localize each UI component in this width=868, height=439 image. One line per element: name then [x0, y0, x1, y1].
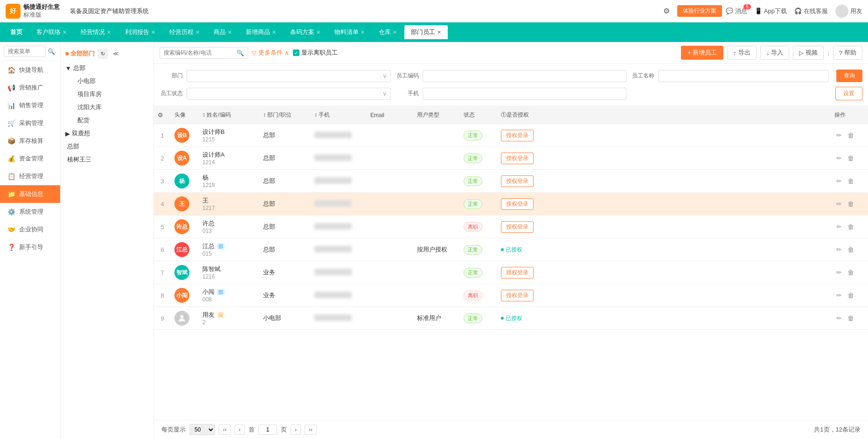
row-dept: 小电部: [259, 307, 311, 330]
tab-barcode[interactable]: 条码方案 ✕: [284, 25, 327, 39]
close-icon[interactable]: ✕: [107, 29, 111, 35]
col-name[interactable]: ↕ 姓名/编码: [199, 106, 259, 124]
tab-warehouse[interactable]: 仓库 ✕: [372, 25, 403, 39]
tree-node-peihuo[interactable]: 配货: [61, 114, 153, 127]
add-employee-button[interactable]: + 新增员工: [681, 46, 723, 60]
settings-icon[interactable]: ⚙: [663, 7, 670, 15]
tab-add-goods[interactable]: 新增商品 ✕: [239, 25, 283, 39]
close-icon[interactable]: ✕: [151, 29, 155, 35]
next-page-button[interactable]: ›: [291, 425, 301, 435]
auth-login-button[interactable]: 授权登录: [501, 153, 534, 164]
delete-button[interactable]: 🗑: [846, 268, 856, 277]
online-support-button[interactable]: 🎧 在线客服: [794, 7, 828, 15]
tree-node-zongbu[interactable]: 总部: [61, 140, 153, 153]
tab-operations[interactable]: 经营情况 ✕: [74, 25, 118, 39]
tab-department[interactable]: 部门员工 ✕: [404, 25, 448, 39]
tree-refresh-button[interactable]: ↻: [97, 49, 108, 59]
first-page-button[interactable]: ‹‹: [219, 425, 231, 435]
trial-button[interactable]: 体验行业方案: [677, 5, 722, 17]
delete-button[interactable]: 🗑: [846, 291, 856, 300]
auth-login-button[interactable]: 授权登录: [501, 198, 534, 210]
edit-button[interactable]: ✏: [834, 222, 844, 231]
col-dept[interactable]: ↕ 部门/职位: [259, 106, 311, 124]
delete-button[interactable]: 🗑: [846, 153, 856, 163]
edit-button[interactable]: ✏: [834, 268, 844, 277]
close-icon[interactable]: ✕: [195, 29, 200, 35]
auth-login-button[interactable]: 授权登录: [501, 221, 534, 233]
close-icon[interactable]: ✕: [272, 29, 276, 35]
close-icon[interactable]: ✕: [361, 29, 365, 35]
last-page-button[interactable]: ››: [305, 425, 317, 435]
auth-login-button[interactable]: 授权登录: [501, 290, 534, 301]
edit-button[interactable]: ✏: [834, 314, 844, 323]
sidebar-search-input[interactable]: [4, 46, 46, 57]
settings-button[interactable]: 设置: [835, 87, 862, 100]
tab-profit[interactable]: 利润报告 ✕: [118, 25, 162, 39]
tab-bom[interactable]: 物料清单 ✕: [328, 25, 371, 39]
auth-login-button[interactable]: 授权登录: [501, 175, 534, 187]
delete-button[interactable]: 🗑: [846, 245, 856, 254]
tree-node-shenyang[interactable]: 沈阳大库: [61, 101, 153, 114]
show-resigned-checkbox[interactable]: ✓ 显示离职员工: [293, 49, 338, 57]
sidebar-item-inventory[interactable]: 📦库存核算: [0, 132, 60, 150]
phone-input[interactable]: [423, 88, 627, 100]
col-phone[interactable]: ↕ 手机: [311, 106, 367, 124]
delete-button[interactable]: 🗑: [846, 314, 856, 323]
import-button[interactable]: ↓ 导入: [760, 46, 790, 60]
close-icon[interactable]: ✕: [316, 29, 320, 35]
close-icon[interactable]: ✕: [437, 29, 441, 35]
app-download-button[interactable]: 📱 App下载: [755, 7, 787, 15]
sidebar-item-purchase[interactable]: 🛒采购管理: [0, 114, 60, 132]
video-button[interactable]: ▷ 视频: [793, 46, 824, 60]
emp-name-input[interactable]: [658, 70, 829, 82]
edit-button[interactable]: ✏: [834, 153, 844, 163]
sidebar-item-sales[interactable]: 📊销售管理: [0, 97, 60, 114]
search-input[interactable]: [164, 49, 235, 56]
user-menu[interactable]: 用友: [835, 5, 862, 18]
sidebar-item-finance[interactable]: 💰资金管理: [0, 150, 60, 167]
per-page-select[interactable]: 50 100: [189, 424, 215, 435]
tree-node-zhishu[interactable]: 植树王三: [61, 153, 153, 166]
close-icon[interactable]: ✕: [62, 29, 67, 35]
gear-icon[interactable]: ⚙: [158, 111, 163, 118]
sidebar-item-guide[interactable]: ❓新手引导: [0, 238, 60, 256]
sidebar-item-mgmt[interactable]: 📋经营管理: [0, 167, 60, 185]
edit-button[interactable]: ✏: [834, 176, 844, 186]
emp-code-input[interactable]: [423, 70, 627, 82]
emp-status-select[interactable]: [187, 88, 391, 100]
tab-home[interactable]: 首页: [4, 25, 29, 39]
tree-node-xiaodian[interactable]: 小电部: [61, 75, 153, 88]
edit-button[interactable]: ✏: [834, 199, 844, 209]
page-number-input[interactable]: [258, 425, 277, 435]
delete-button[interactable]: 🗑: [846, 131, 856, 140]
dept-select[interactable]: [187, 70, 391, 82]
sidebar-item-quicknav[interactable]: 🏠快捷导航: [0, 61, 60, 79]
tree-node-general[interactable]: ▼ 总部: [61, 62, 153, 75]
close-icon[interactable]: ✕: [228, 29, 232, 35]
edit-button[interactable]: ✏: [834, 291, 844, 300]
tab-history[interactable]: 经营历程 ✕: [163, 25, 206, 39]
delete-button[interactable]: 🗑: [846, 222, 856, 231]
delete-button[interactable]: 🗑: [846, 199, 856, 209]
edit-button[interactable]: ✏: [834, 245, 844, 254]
sidebar-item-basic[interactable]: 📁基础信息: [0, 185, 60, 203]
message-button[interactable]: 💬 消息 5: [726, 7, 747, 15]
edit-button[interactable]: ✏: [834, 131, 844, 140]
search-button[interactable]: 查询: [836, 70, 862, 82]
help-button[interactable]: ? 帮助: [833, 46, 862, 60]
delete-button[interactable]: 🗑: [846, 176, 856, 186]
prev-page-button[interactable]: ‹: [235, 425, 245, 435]
tab-customer[interactable]: 客户联络 ✕: [30, 25, 73, 39]
sidebar-item-marketing[interactable]: 📢营销推广: [0, 79, 60, 97]
tree-node-shuangluxiang[interactable]: ▶ 双鹿想: [61, 127, 153, 140]
more-filter-button[interactable]: ▽ 更多条件 ∧: [252, 49, 289, 57]
tree-node-project[interactable]: 项目库房: [61, 88, 153, 101]
tree-collapse-button[interactable]: ≪: [111, 49, 121, 59]
sidebar-item-collab[interactable]: 🤝企业协同: [0, 221, 60, 238]
auth-login-button[interactable]: 授权登录: [501, 130, 534, 141]
sidebar-item-system[interactable]: ⚙️系统管理: [0, 203, 60, 221]
tab-goods[interactable]: 商品 ✕: [207, 25, 238, 39]
close-icon[interactable]: ✕: [393, 29, 397, 35]
auth-login-button[interactable]: 授权登录: [501, 267, 534, 279]
export-button[interactable]: ↑ 导出: [727, 46, 757, 60]
